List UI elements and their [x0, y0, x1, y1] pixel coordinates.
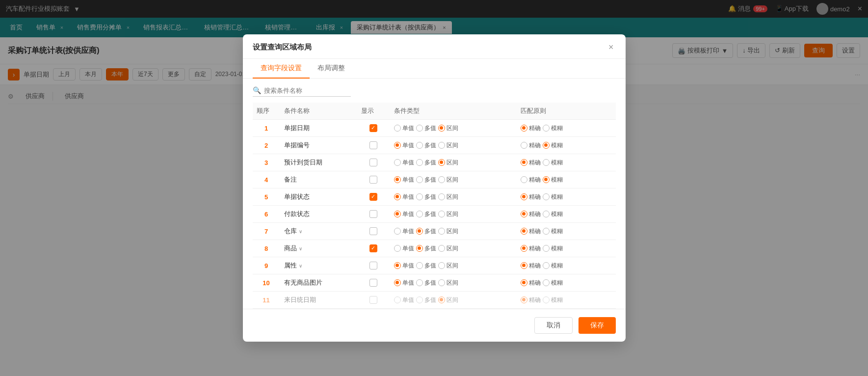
radio-type-区间[interactable]: 区间	[438, 141, 458, 150]
cell-show[interactable]	[357, 223, 390, 240]
show-checkbox[interactable]	[369, 176, 377, 184]
radio-type-多值[interactable]: 多值	[416, 210, 436, 218]
radio-match-模糊[interactable]: 模糊	[543, 262, 563, 270]
radio-type-多值[interactable]: 多值	[416, 176, 436, 184]
radio-match-精确[interactable]: 精确	[521, 124, 541, 133]
radio-circle	[543, 159, 550, 166]
radio-circle	[521, 279, 527, 286]
radio-circle	[521, 262, 527, 269]
radio-type-单值[interactable]: 单值	[394, 279, 414, 287]
radio-type-区间[interactable]: 区间	[438, 244, 458, 253]
radio-type-单值[interactable]: 单值	[394, 176, 414, 184]
radio-type-区间[interactable]: 区间	[438, 176, 458, 184]
radio-type-多值[interactable]: 多值	[416, 279, 436, 287]
radio-match-精确[interactable]: 精确	[521, 227, 541, 236]
cell-match: 精确模糊	[517, 292, 616, 309]
radio-type-区间[interactable]: 区间	[438, 124, 458, 133]
cell-order: 6	[253, 206, 280, 223]
radio-match-模糊[interactable]: 模糊	[543, 159, 563, 167]
cell-show[interactable]	[357, 120, 390, 137]
radio-label: 精确	[529, 244, 541, 253]
cell-show[interactable]	[357, 137, 390, 154]
cancel-button[interactable]: 取消	[534, 317, 573, 334]
radio-match-精确[interactable]: 精确	[521, 141, 541, 150]
radio-type-多值[interactable]: 多值	[416, 244, 436, 253]
cell-show[interactable]	[357, 257, 390, 274]
radio-match-精确[interactable]: 精确	[521, 176, 541, 184]
cell-show[interactable]	[357, 292, 390, 309]
radio-match-模糊[interactable]: 模糊	[543, 244, 563, 253]
radio-type-单值[interactable]: 单值	[394, 159, 414, 167]
radio-label: 区间	[447, 262, 458, 270]
radio-match-模糊[interactable]: 模糊	[543, 124, 563, 133]
radio-type-区间[interactable]: 区间	[438, 193, 458, 201]
radio-type-单值[interactable]: 单值	[394, 124, 414, 133]
show-checkbox[interactable]	[369, 279, 377, 287]
chevron-down-icon: ∨	[299, 246, 302, 251]
radio-label: 精确	[529, 141, 541, 150]
radio-type-多值[interactable]: 多值	[416, 193, 436, 201]
show-checkbox[interactable]	[369, 296, 377, 304]
radio-circle	[416, 125, 423, 132]
radio-type-单值[interactable]: 单值	[394, 210, 414, 218]
dialog-close-btn[interactable]: ×	[606, 42, 616, 53]
radio-type-多值[interactable]: 多值	[416, 141, 436, 150]
radio-match-精确[interactable]: 精确	[521, 244, 541, 253]
radio-type-区间[interactable]: 区间	[438, 279, 458, 287]
show-checkbox[interactable]	[369, 262, 377, 269]
show-checkbox[interactable]	[369, 210, 377, 218]
radio-type-区间[interactable]: 区间	[438, 296, 458, 304]
radio-type-区间[interactable]: 区间	[438, 210, 458, 218]
radio-label: 模糊	[551, 141, 563, 150]
radio-match-模糊[interactable]: 模糊	[543, 279, 563, 287]
radio-type-区间[interactable]: 区间	[438, 262, 458, 270]
save-button[interactable]: 保存	[579, 317, 616, 334]
dialog-tab-layout[interactable]: 布局调整	[310, 59, 353, 79]
show-checkbox[interactable]	[369, 193, 377, 201]
radio-type-多值[interactable]: 多值	[416, 124, 436, 133]
radio-type-多值[interactable]: 多值	[416, 262, 436, 270]
radio-match-模糊[interactable]: 模糊	[543, 193, 563, 201]
radio-type-区间[interactable]: 区间	[438, 227, 458, 236]
radio-type-单值[interactable]: 单值	[394, 193, 414, 201]
radio-circle	[416, 193, 423, 200]
radio-match-模糊[interactable]: 模糊	[543, 296, 563, 304]
radio-match-精确[interactable]: 精确	[521, 159, 541, 167]
search-input[interactable]	[264, 87, 342, 94]
cell-show[interactable]	[357, 154, 390, 171]
radio-match-精确[interactable]: 精确	[521, 210, 541, 218]
radio-type-多值[interactable]: 多值	[416, 296, 436, 304]
radio-match-精确[interactable]: 精确	[521, 279, 541, 287]
radio-type-多值[interactable]: 多值	[416, 227, 436, 236]
cell-show[interactable]	[357, 171, 390, 188]
show-checkbox[interactable]	[369, 244, 377, 252]
dialog-tab-query-fields[interactable]: 查询字段设置	[253, 59, 310, 79]
cell-order: 10	[253, 274, 280, 292]
show-checkbox[interactable]	[369, 159, 377, 166]
radio-type-单值[interactable]: 单值	[394, 296, 414, 304]
radio-type-单值[interactable]: 单值	[394, 141, 414, 150]
cell-show[interactable]	[357, 206, 390, 223]
show-checkbox[interactable]	[369, 124, 377, 132]
radio-circle	[416, 279, 423, 286]
radio-match-精确[interactable]: 精确	[521, 193, 541, 201]
show-checkbox[interactable]	[369, 141, 377, 149]
show-checkbox[interactable]	[369, 227, 377, 235]
radio-match-精确[interactable]: 精确	[521, 296, 541, 304]
radio-type-单值[interactable]: 单值	[394, 227, 414, 236]
radio-type-多值[interactable]: 多值	[416, 159, 436, 167]
cell-show[interactable]	[357, 240, 390, 257]
radio-circle	[543, 125, 550, 132]
radio-type-单值[interactable]: 单值	[394, 244, 414, 253]
radio-match-模糊[interactable]: 模糊	[543, 141, 563, 150]
cell-show[interactable]	[357, 274, 390, 292]
radio-match-精确[interactable]: 精确	[521, 262, 541, 270]
radio-label: 区间	[447, 227, 458, 236]
cell-show[interactable]	[357, 188, 390, 206]
radio-label: 多值	[424, 141, 436, 150]
radio-match-模糊[interactable]: 模糊	[543, 176, 563, 184]
radio-type-区间[interactable]: 区间	[438, 159, 458, 167]
radio-type-单值[interactable]: 单值	[394, 262, 414, 270]
radio-match-模糊[interactable]: 模糊	[543, 210, 563, 218]
radio-match-模糊[interactable]: 模糊	[543, 227, 563, 236]
